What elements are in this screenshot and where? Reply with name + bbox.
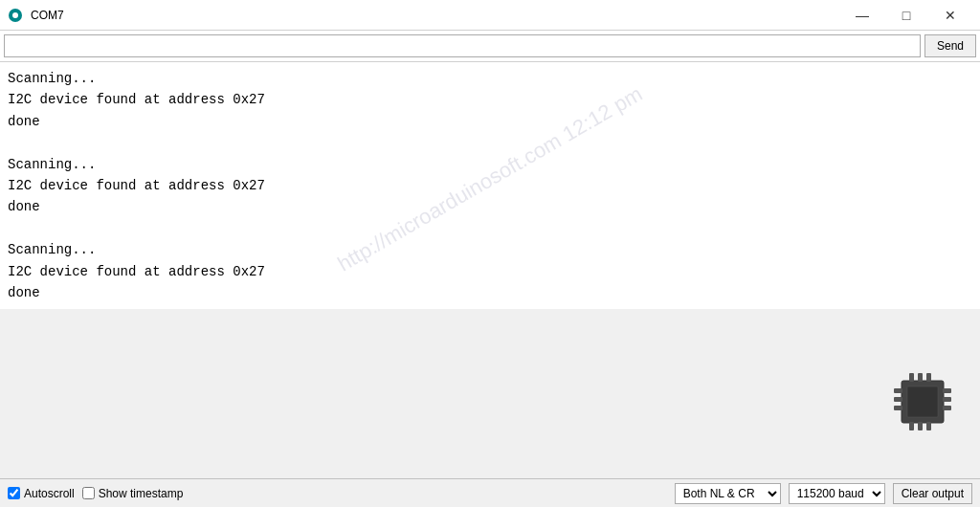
autoscroll-group: Autoscroll (8, 487, 75, 500)
timestamp-group: Show timestamp (82, 487, 184, 500)
output-line (8, 218, 972, 239)
serial-output-wrapper: http://microarduinosoft.com 12:12 pm Sca… (0, 62, 980, 478)
output-line: Scanning... (8, 239, 972, 260)
svg-rect-8 (918, 422, 923, 430)
svg-rect-9 (926, 422, 931, 430)
svg-rect-5 (918, 373, 923, 382)
autoscroll-label: Autoscroll (24, 487, 75, 500)
title-bar-controls: — □ ✕ (840, 0, 972, 31)
timestamp-checkbox[interactable] (82, 487, 95, 499)
title-bar: COM7 — □ ✕ (0, 0, 980, 31)
app-icon (8, 8, 23, 23)
timestamp-label: Show timestamp (99, 487, 184, 500)
svg-rect-13 (943, 388, 951, 393)
status-bar: Autoscroll Show timestamp No line ending… (0, 478, 980, 507)
minimize-button[interactable]: — (840, 0, 884, 31)
restore-button[interactable]: □ (884, 0, 928, 31)
chip-icon (884, 364, 961, 440)
title-bar-left: COM7 (8, 8, 64, 23)
send-button[interactable]: Send (924, 34, 976, 57)
output-line: I2C device found at address 0x27 (8, 89, 972, 110)
output-line: I2C device found at address 0x27 (8, 261, 972, 282)
svg-rect-6 (926, 373, 931, 382)
svg-rect-12 (894, 406, 902, 410)
svg-rect-11 (894, 397, 902, 402)
serial-output: http://microarduinosoft.com 12:12 pm Sca… (0, 62, 980, 309)
svg-rect-7 (909, 422, 914, 430)
svg-rect-15 (943, 406, 951, 410)
output-line: done (8, 111, 972, 132)
serial-input[interactable] (4, 34, 921, 57)
svg-rect-4 (909, 373, 914, 382)
output-line: done (8, 196, 972, 217)
output-line: I2C device found at address 0x27 (8, 175, 972, 196)
svg-rect-3 (907, 386, 938, 417)
close-button[interactable]: ✕ (928, 0, 972, 31)
svg-rect-14 (943, 397, 951, 402)
baud-rate-select[interactable]: 9600 baud19200 baud38400 baud57600 baud1… (789, 483, 885, 504)
output-line: Scanning... (8, 154, 972, 175)
output-line: Scanning... (8, 68, 972, 89)
clear-output-button[interactable]: Clear output (893, 483, 972, 504)
svg-rect-10 (894, 388, 902, 393)
input-bar: Send (0, 31, 980, 62)
output-line: done (8, 282, 972, 303)
output-line (8, 132, 972, 153)
chip-area (884, 364, 961, 440)
title-text: COM7 (31, 9, 64, 22)
output-lines: Scanning...I2C device found at address 0… (8, 68, 972, 303)
line-ending-select[interactable]: No line endingNewlineCarriage returnBoth… (675, 483, 781, 504)
autoscroll-checkbox[interactable] (8, 487, 20, 499)
svg-point-1 (12, 12, 18, 18)
